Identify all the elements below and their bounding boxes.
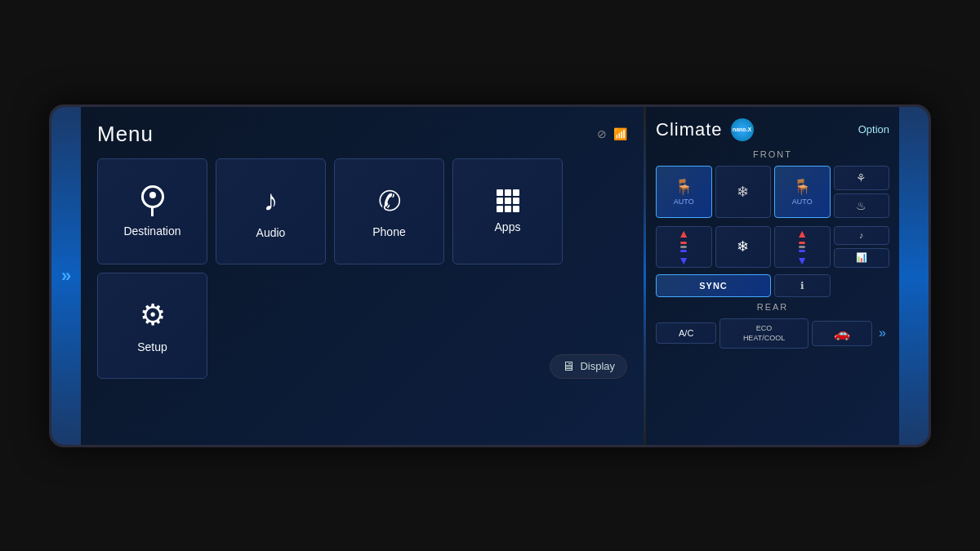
menu-item-setup[interactable]: ⚙ Setup bbox=[97, 273, 207, 379]
climate-fan-speed[interactable]: ❄ bbox=[715, 226, 772, 268]
eco-label: ECO HEAT/COOL bbox=[722, 323, 805, 344]
info-icon: ℹ bbox=[800, 280, 804, 291]
signal-icon: 📶 bbox=[613, 127, 627, 140]
phone-label: Phone bbox=[372, 225, 405, 238]
climate-chevron-right[interactable]: » bbox=[875, 322, 889, 344]
climate-seat-auto[interactable]: 🪑 AUTO bbox=[656, 166, 712, 218]
climate-right-temp: ▲ ▼ bbox=[774, 226, 831, 268]
climate-header: Climate nano.X Option bbox=[656, 118, 889, 141]
ac-button[interactable]: A/C bbox=[656, 322, 716, 344]
auto-icon: 🪑 bbox=[793, 178, 811, 196]
auto-label-2: AUTO bbox=[792, 198, 813, 206]
right-accent-bar bbox=[899, 107, 929, 445]
climate-logo-text: nano.X bbox=[733, 127, 751, 132]
chart-icon: 📊 bbox=[856, 252, 867, 263]
temp-down-right-icon[interactable]: ▼ bbox=[796, 254, 808, 267]
climate-chart-icon-cell[interactable]: 📊 bbox=[834, 248, 890, 268]
menu-item-audio[interactable]: ♪ Audio bbox=[216, 158, 326, 264]
apps-icon bbox=[497, 189, 519, 212]
audio-label: Audio bbox=[256, 226, 286, 239]
climate-front-controls: 🪑 AUTO ❄ 🪑 AUTO ⚘ ♨ bbox=[656, 166, 889, 218]
display-icon: 🖥 bbox=[562, 359, 575, 374]
seat-heat-icon: 🪑 bbox=[675, 178, 693, 196]
climate-sync-button[interactable]: SYNC bbox=[656, 274, 771, 297]
display-button[interactable]: 🖥 Display bbox=[550, 354, 627, 379]
climate-section: Climate nano.X Option FRONT 🪑 AUTO ❄ 🪑 A… bbox=[646, 107, 899, 445]
climate-bottom-controls: A/C ECO HEAT/COOL 🚗 » bbox=[656, 318, 889, 349]
destination-label: Destination bbox=[123, 224, 180, 238]
destination-icon bbox=[140, 185, 166, 216]
left-accent-bar: » bbox=[51, 107, 81, 445]
setup-label: Setup bbox=[137, 340, 167, 353]
menu-row-2: ⚙ Setup 🖥 Display bbox=[97, 273, 627, 379]
climate-temp-controls: ▲ ▼ ❄ ▲ bbox=[656, 226, 889, 268]
eco-button[interactable]: ECO HEAT/COOL bbox=[719, 318, 808, 349]
climate-music-icon-cell[interactable]: ♪ bbox=[834, 226, 890, 246]
climate-front-label: FRONT bbox=[656, 149, 889, 159]
temp-up-left-icon[interactable]: ▲ bbox=[678, 227, 689, 240]
climate-extra-1[interactable]: ⚘ bbox=[834, 166, 890, 190]
infotainment-screen: » Menu ⊘ 📶 Destination bbox=[49, 104, 931, 447]
climate-extra-2[interactable]: ♨ bbox=[834, 193, 890, 218]
car-icon-button[interactable]: 🚗 bbox=[812, 321, 872, 346]
climate-left-temp: ▲ ▼ bbox=[656, 226, 712, 268]
climate-sync-row: SYNC ℹ bbox=[656, 274, 889, 297]
fan2-icon: ⚘ bbox=[856, 171, 866, 184]
temp-up-right-icon[interactable]: ▲ bbox=[796, 227, 808, 240]
apps-label: Apps bbox=[495, 220, 521, 233]
climate-info-button[interactable]: ℹ bbox=[774, 274, 831, 297]
car-icon: 🚗 bbox=[834, 327, 850, 340]
climate-fan[interactable]: ❄ bbox=[715, 166, 772, 218]
audio-icon: ♪ bbox=[264, 184, 278, 218]
menu-section: Menu ⊘ 📶 Destination ♪ bbox=[81, 107, 644, 445]
music-icon: ♪ bbox=[859, 230, 864, 240]
temp-down-left-icon[interactable]: ▼ bbox=[678, 254, 689, 267]
climate-logo: nano.X bbox=[731, 118, 754, 141]
phone-icon: ✆ bbox=[378, 184, 401, 217]
status-bar: ⊘ 📶 bbox=[597, 127, 627, 140]
climate-auto[interactable]: 🪑 AUTO bbox=[774, 166, 831, 218]
menu-item-apps[interactable]: Apps bbox=[452, 158, 563, 264]
left-chevron-icon[interactable]: » bbox=[61, 265, 71, 287]
fan-icon: ❄ bbox=[737, 183, 749, 201]
heat-icon: ♨ bbox=[856, 199, 866, 212]
display-label: Display bbox=[580, 360, 615, 372]
climate-title: Climate bbox=[656, 119, 723, 140]
climate-rear-label: REAR bbox=[656, 302, 889, 312]
setup-icon: ⚙ bbox=[140, 298, 166, 332]
menu-title: Menu bbox=[97, 122, 154, 147]
auto-label-1: AUTO bbox=[674, 198, 694, 206]
fan-speed-icon: ❄ bbox=[737, 238, 749, 256]
wifi-icon: ⊘ bbox=[597, 127, 607, 140]
menu-item-destination[interactable]: Destination bbox=[97, 158, 207, 264]
climate-option-button[interactable]: Option bbox=[858, 123, 889, 136]
menu-item-phone[interactable]: ✆ Phone bbox=[334, 158, 444, 264]
menu-row-1: Destination ♪ Audio ✆ Phone Apps bbox=[97, 158, 627, 264]
